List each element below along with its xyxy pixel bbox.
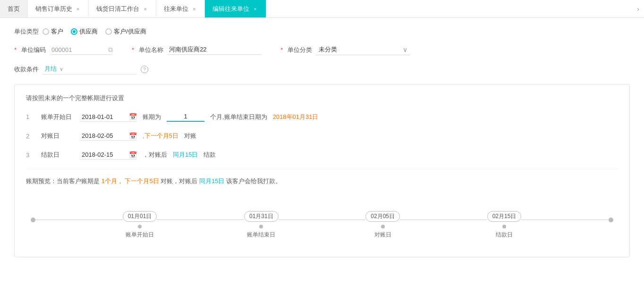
preview-section: 账期预览：当前客户账期是 1个月， 下一个月5日 对账，对账后 同月15日 该客… <box>26 169 618 247</box>
reconcile-date-input[interactable] <box>80 131 127 140</box>
step-label-3: 结款日 <box>41 151 74 159</box>
unit-type-field: 单位类型 客户 供应商 客户/供应商 <box>14 27 146 36</box>
tab-counterparty-close[interactable]: × <box>191 6 197 12</box>
preview-text: 账期预览：当前客户账期是 1个月， 下一个月5日 对账，对账后 同月15日 该客… <box>26 177 618 186</box>
unit-code-input[interactable] <box>50 45 106 54</box>
payment-highlight: 同月15日 <box>173 151 198 159</box>
radio-supplier-circle <box>71 28 77 35</box>
code-name-row: * 单位编码 ⧉ * 单位名称 * 单位分类 未分类 ∨ <box>14 44 630 55</box>
timeline-container: 01月01日 账单开始日 01月31日 账单结束日 02月05日 <box>31 211 613 228</box>
payment-dropdown[interactable]: 月结 ∨ <box>42 64 137 75</box>
unit-name-input[interactable] <box>167 45 262 55</box>
tab-cashflow-close[interactable]: × <box>142 6 148 12</box>
payment-date-input-wrapper: 📅 <box>80 150 137 160</box>
unit-name-field: * 单位名称 <box>132 45 262 55</box>
start-date-suffix-before: 账期为 <box>143 113 161 121</box>
payment-label: 收款条件 <box>14 65 39 74</box>
tab-edit-counterparty[interactable]: 编辑往来单位 × <box>205 0 266 17</box>
timeline-caption-1: 账单开始日 <box>126 231 154 239</box>
payment-row: 收款条件 月结 ∨ ? <box>14 64 630 75</box>
timeline-start-dot <box>31 218 35 222</box>
unit-name-label: 单位名称 <box>139 46 163 54</box>
unit-code-copy-icon[interactable]: ⧉ <box>108 46 113 54</box>
start-date-suffix-after: 个月,账单结束日期为 <box>210 113 267 121</box>
timeline-bubble-2: 01月31日 <box>244 211 279 222</box>
month-input[interactable] <box>167 112 204 122</box>
payment-prefix: ，对账后 <box>143 151 167 159</box>
tab-sales-history-close[interactable]: × <box>75 6 81 12</box>
timeline-node-1: 01月01日 账单开始日 <box>123 211 157 228</box>
start-date-calendar-icon[interactable]: 📅 <box>129 113 137 120</box>
payment-value: 月结 <box>44 65 57 73</box>
reconcile-date-input-wrapper: 📅 <box>80 131 137 141</box>
reconcile-date-calendar-icon[interactable]: 📅 <box>129 132 137 140</box>
setting-row-1: 1 账单开始日 📅 账期为 个月,账单结束日期为 2018年01月31日 <box>26 112 618 122</box>
radio-both-label: 客户/供应商 <box>114 27 146 36</box>
radio-supplier-label: 供应商 <box>79 27 98 36</box>
payment-field: 收款条件 月结 ∨ ? <box>14 64 148 75</box>
unit-category-field: * 单位分类 未分类 ∨ <box>280 44 410 55</box>
timeline-caption-4: 结款日 <box>496 231 513 239</box>
timeline-dot-3 <box>381 225 385 228</box>
unit-code-label: 单位编码 <box>21 46 46 54</box>
tab-bar: 首页 销售订单历史 × 钱货日清工作台 × 往来单位 × 编辑往来单位 × › <box>0 0 644 18</box>
category-required-star: * <box>280 46 283 53</box>
radio-both[interactable]: 客户/供应商 <box>105 27 146 36</box>
start-date-input[interactable] <box>80 112 127 121</box>
timeline-seg-5 <box>521 219 609 220</box>
reconcile-highlight: ,下一个月5日 <box>143 132 178 140</box>
timeline: 01月01日 账单开始日 01月31日 账单结束日 02月05日 <box>26 197 618 247</box>
payment-help-icon[interactable]: ? <box>141 66 148 73</box>
payment-dropdown-arrow: ∨ <box>59 66 63 72</box>
tab-cashflow-label: 钱货日清工作台 <box>96 5 139 13</box>
tab-cashflow[interactable]: 钱货日清工作台 × <box>89 0 156 17</box>
step-num-3: 3 <box>26 152 35 159</box>
timeline-dot-1 <box>138 225 142 228</box>
settings-panel: 请按照未来的一个完整帐期进行设置 1 账单开始日 📅 账期为 个月,账单结束日期… <box>14 84 630 257</box>
timeline-seg-4 <box>400 219 487 220</box>
radio-both-circle <box>105 28 112 35</box>
tab-edit-counterparty-label: 编辑往来单位 <box>212 5 249 13</box>
preview-highlight3: 同月15日 <box>199 177 224 185</box>
tab-sales-history[interactable]: 销售订单历史 × <box>28 0 89 17</box>
step-num-2: 2 <box>26 133 35 140</box>
tab-home-label: 首页 <box>8 5 20 13</box>
name-required-star: * <box>132 46 134 53</box>
radio-supplier[interactable]: 供应商 <box>71 27 98 36</box>
preview-text4: 该客户会给我打款。 <box>226 177 281 185</box>
tab-counterparty-label: 往来单位 <box>164 5 188 13</box>
unit-code-field: * 单位编码 ⧉ <box>14 45 113 55</box>
tab-counterparty[interactable]: 往来单位 × <box>156 0 205 17</box>
step-label-2: 对账日 <box>41 132 74 140</box>
unit-category-dropdown[interactable]: 未分类 ∨ <box>316 44 410 55</box>
timeline-seg-2 <box>157 219 244 220</box>
unit-type-radio-group: 客户 供应商 客户/供应商 <box>42 27 146 36</box>
unit-category-label: 单位分类 <box>288 46 312 54</box>
unit-type-row: 单位类型 客户 供应商 客户/供应商 <box>14 27 630 36</box>
unit-category-value: 未分类 <box>319 45 337 54</box>
reconcile-suffix: 对账 <box>184 132 196 140</box>
start-date-input-wrapper: 📅 <box>80 112 137 122</box>
timeline-bubble-3: 02月05日 <box>365 211 400 222</box>
timeline-caption-3: 对账日 <box>374 231 391 239</box>
start-date-end-highlight: 2018年01月31日 <box>273 113 319 121</box>
tab-home[interactable]: 首页 <box>0 0 28 17</box>
timeline-bubble-4: 02月15日 <box>487 211 522 222</box>
setting-row-2: 2 对账日 📅 ,下一个月5日 对账 <box>26 131 618 141</box>
unit-type-label: 单位类型 <box>14 27 39 36</box>
tab-edit-counterparty-close[interactable]: × <box>252 6 258 12</box>
timeline-node-3: 02月05日 对账日 <box>365 211 400 228</box>
category-dropdown-arrow: ∨ <box>403 46 407 53</box>
timeline-node-4: 02月15日 结款日 <box>487 211 522 228</box>
tab-more-button[interactable]: › <box>632 0 644 17</box>
setting-row-3: 3 结款日 📅 ，对账后 同月15日 结款 <box>26 150 618 160</box>
timeline-seg-1 <box>35 219 123 220</box>
radio-customer[interactable]: 客户 <box>42 27 63 36</box>
payment-date-input[interactable] <box>80 150 127 159</box>
main-content: 单位类型 客户 供应商 客户/供应商 * 单位编码 <box>0 18 644 287</box>
preview-highlight1: 1个月， <box>102 177 123 185</box>
panel-title: 请按照未来的一个完整帐期进行设置 <box>26 94 618 102</box>
preview-label: 账期预览：当前客户账期是 <box>26 177 100 185</box>
payment-date-calendar-icon[interactable]: 📅 <box>129 151 137 159</box>
radio-customer-circle <box>42 28 49 35</box>
